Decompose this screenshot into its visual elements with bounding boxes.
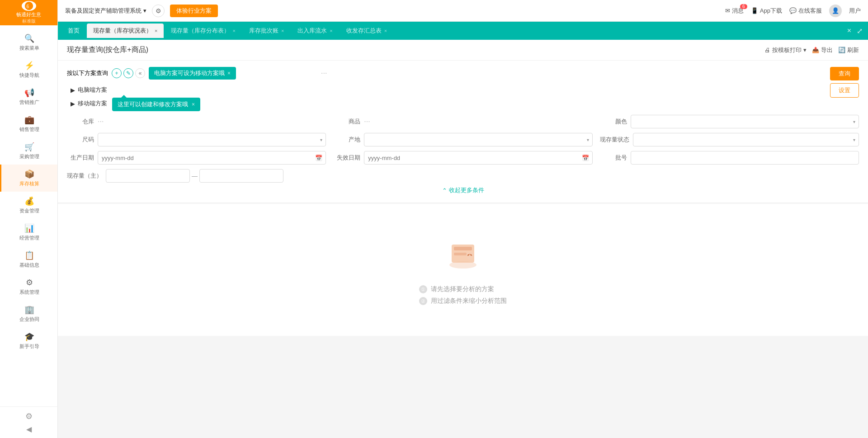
size-select[interactable]	[98, 133, 326, 146]
tab-home[interactable]: 首页	[61, 24, 86, 38]
color-select[interactable]	[631, 115, 859, 128]
prod-date-input[interactable]	[98, 151, 326, 165]
sidebar-item-inventory[interactable]: 📦 库存核算	[0, 165, 57, 192]
sidebar-item-search[interactable]: 🔍 搜索菜单	[0, 29, 57, 56]
tab-inventory-status[interactable]: 现存量（库存状况表） ×	[87, 24, 164, 38]
scheme-group-pc-title[interactable]: ▶ 电脑端方案	[67, 84, 139, 96]
industry-button[interactable]: 体验行业方案	[170, 5, 218, 17]
filter-action-icons: + ✎ «	[112, 68, 145, 78]
tab-close-icon[interactable]: ×	[330, 28, 332, 33]
logo: 6 畅通好生意 标准版	[0, 0, 57, 25]
sidebar-bottom: ⚙ ◀	[0, 406, 57, 438]
collapse-arrow-icon: ⌃	[442, 187, 447, 194]
dropdown-arrow-icon: ▾	[143, 7, 146, 14]
stock-status-select[interactable]	[633, 133, 859, 146]
scheme-box-pc[interactable]: 电脑方案可设为移动方案哦 ×	[149, 67, 236, 80]
filter-field-warehouse: 仓库 ···	[67, 118, 326, 126]
sidebar-item-label: 营销推广	[19, 99, 39, 106]
range-separator: —	[192, 173, 198, 179]
filter-area: 按以下方案查询 + ✎ « 电脑方案可设为移动方案哦 × ···	[58, 61, 868, 203]
scheme-tooltip-close[interactable]: ×	[227, 70, 231, 76]
color-label: 颜色	[600, 118, 627, 126]
sidebar-item-marketing[interactable]: 📢 营销推广	[0, 83, 57, 110]
sidebar-item-basic[interactable]: 📋 基础信息	[0, 246, 57, 273]
filter-field-origin: 产地 ▾	[333, 133, 592, 146]
back-scheme-button[interactable]: «	[135, 68, 145, 78]
refresh-icon: 🔄	[838, 47, 845, 53]
logo-text: 畅通好生意	[16, 12, 41, 18]
refresh-label: 刷新	[847, 46, 859, 54]
filter-field-size: 尺码 ▾	[67, 133, 326, 146]
tabbar-end: × ⤢	[845, 27, 864, 35]
tab-inventory-dist[interactable]: 现存量（库存分布表） ×	[165, 24, 241, 38]
refresh-button[interactable]: 🔄 刷新	[838, 46, 859, 54]
goods-dots[interactable]: ···	[364, 118, 370, 126]
tab-close-icon[interactable]: ×	[232, 28, 235, 33]
enterprise-icon: 🏢	[24, 305, 34, 315]
sidebar-item-operation[interactable]: 📊 经营管理	[0, 219, 57, 246]
sidebar-collapse-button[interactable]: ◀	[26, 425, 32, 433]
prod-date-wrap: 📅	[98, 151, 326, 165]
batch-input[interactable]	[631, 151, 859, 165]
filter-field-batch: 批号	[600, 151, 859, 165]
origin-select[interactable]	[364, 133, 592, 146]
warehouse-dots[interactable]: ···	[98, 118, 104, 126]
size-select-wrap: ▾	[98, 133, 326, 146]
sidebar-item-label: 系统管理	[19, 289, 39, 296]
sidebar-item-purchase[interactable]: 🛒 采购管理	[0, 137, 57, 165]
tab-io-flow[interactable]: 出入库流水 ×	[291, 24, 339, 38]
message-button[interactable]: ✉ 消息 6	[725, 7, 744, 15]
tab-close-icon[interactable]: ×	[155, 28, 157, 33]
tab-close-icon[interactable]: ×	[281, 28, 284, 33]
tab-expand-button[interactable]: ⤢	[855, 27, 864, 35]
tab-batch-ledger[interactable]: 库存批次账 ×	[243, 24, 290, 38]
sidebar-item-sales[interactable]: 💼 销售管理	[0, 110, 57, 137]
user-avatar[interactable]: 👤	[829, 5, 842, 17]
tab-close-icon[interactable]: ×	[384, 28, 387, 33]
support-button[interactable]: 💬 在线客服	[789, 7, 822, 15]
filter-row-2: 尺码 ▾ 产地	[67, 133, 859, 146]
tab-label: 现存量（库存状况表）	[93, 27, 152, 35]
empty-state: ① 请先选择要分析的方案 ② 用过滤条件来缩小分析范围	[58, 204, 868, 336]
export-button[interactable]: 📤 导出	[812, 46, 833, 54]
scheme-box-label: 电脑方案可设为移动方案哦	[154, 69, 225, 77]
scheme-list-area: ▶ 电脑端方案 ▶ 移动端方案 这里可以创建和修改方案哦 ×	[67, 84, 859, 111]
basic-icon: 📋	[24, 250, 34, 260]
tooltip2-close[interactable]: ×	[192, 101, 195, 108]
filter-rows: 仓库 ··· 商品 ··· 颜色 ▾	[67, 115, 859, 183]
tab-home-label: 首页	[68, 27, 80, 35]
tab-close-all-button[interactable]: ×	[845, 27, 853, 35]
topbar-right: ✉ 消息 6 📱 App下载 💬 在线客服 👤 用户	[725, 5, 861, 17]
app-icon: 📱	[751, 7, 758, 14]
edit-scheme-button[interactable]: ✎	[123, 68, 133, 78]
reset-button[interactable]: 设置	[830, 83, 859, 98]
empty-tip-1: ① 请先选择要分析的方案	[419, 285, 507, 293]
tab-collect-summary[interactable]: 收发存汇总表 ×	[340, 24, 393, 38]
quick-icon: ⚡	[24, 61, 34, 71]
sidebar-nav: 🔍 搜索菜单 ⚡ 快捷导航 📢 营销推广 💼 销售管理 🛒 采购管理 📦 库存核…	[0, 25, 57, 406]
sidebar-item-guide[interactable]: 🎓 新手引导	[0, 327, 57, 354]
sidebar-item-finance[interactable]: 💰 资金管理	[0, 192, 57, 219]
stock-qty-min[interactable]	[106, 169, 190, 183]
filter-more-dots1[interactable]: ···	[321, 69, 327, 77]
logo-badge: 标准版	[22, 18, 36, 24]
sidebar-item-enterprise[interactable]: 🏢 企业协同	[0, 300, 57, 327]
sidebar-item-quick[interactable]: ⚡ 快捷导航	[0, 56, 57, 83]
search-button[interactable]: 查询	[830, 67, 859, 80]
sidebar: 6 畅通好生意 标准版 🔍 搜索菜单 ⚡ 快捷导航 📢 营销推广 💼 销售管理 …	[0, 0, 58, 438]
topbar-settings-button[interactable]: ⚙	[152, 5, 165, 17]
purchase-icon: 🛒	[24, 142, 34, 152]
system-name-dropdown[interactable]: 装备及固定资产辅助管理系统 ▾	[65, 7, 146, 15]
settings-bottom-icon[interactable]: ⚙	[25, 411, 33, 421]
exp-date-input[interactable]	[364, 151, 592, 165]
add-scheme-button[interactable]: +	[112, 68, 122, 78]
print-button[interactable]: 🖨 按模板打印 ▾	[764, 46, 807, 54]
svg-point-8	[471, 254, 472, 256]
collapse-row[interactable]: ⌃ 收起更多条件	[67, 183, 859, 196]
stock-qty-max[interactable]	[199, 169, 283, 183]
sidebar-item-system[interactable]: ⚙ 系统管理	[0, 273, 57, 300]
print-arrow-icon: ▾	[803, 47, 807, 53]
app-download-button[interactable]: 📱 App下载	[751, 7, 782, 15]
svg-rect-4	[454, 247, 472, 250]
filter-field-color: 颜色 ▾	[600, 115, 859, 128]
